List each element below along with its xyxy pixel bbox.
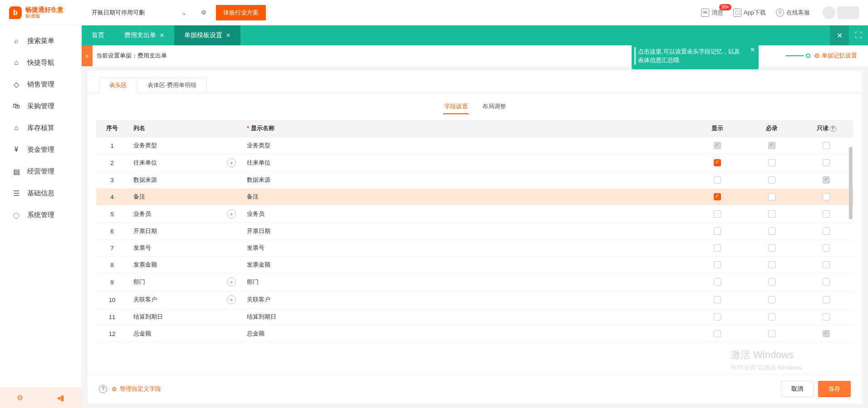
sidebar-collapse-icon[interactable]: ◂▮ (57, 393, 64, 402)
checkbox[interactable] (768, 313, 775, 321)
sidebar-item-search-menu[interactable]: ⌕搜索菜单 (0, 30, 81, 52)
tabs-fullscreen[interactable]: ⛶ (849, 25, 868, 45)
add-column-button[interactable]: + (227, 209, 236, 219)
table-row[interactable]: 2往来单位+往来单位 (96, 154, 853, 172)
checkbox[interactable] (714, 193, 721, 200)
sidebar-item-inventory[interactable]: ⌂库存核算 (0, 117, 81, 139)
area-tab-header[interactable]: 表头区 (99, 77, 137, 93)
sidebar-item-purchase[interactable]: 🛍采购管理 (0, 95, 81, 117)
sidebar-item-operations[interactable]: ▤经营管理 (0, 160, 81, 182)
tab-首页[interactable]: 首页 (82, 25, 114, 45)
table-row[interactable]: 1业务类型业务类型 (96, 137, 853, 154)
account-selector[interactable]: 开账日期可停用可删 ⌄ (87, 6, 191, 19)
tab-close-icon[interactable]: ✕ (226, 32, 230, 39)
checkbox[interactable] (768, 176, 775, 184)
table-row[interactable]: 6开票日期开票日期 (96, 223, 853, 240)
memory-settings-link[interactable]: ⚙ 单据记忆设置 (814, 52, 857, 60)
table-row[interactable]: 8发票金额发票金额 (96, 257, 853, 273)
tabs-close-all[interactable]: ✕ (830, 25, 849, 45)
cell-display[interactable]: 发票号 (241, 240, 690, 257)
table-row[interactable]: 7发票号发票号 (96, 240, 853, 257)
sidebar-item-basic-info[interactable]: ☰基础信息 (0, 182, 81, 204)
checkbox[interactable] (823, 278, 830, 286)
checkbox[interactable] (714, 244, 721, 252)
cell-display[interactable]: 关联客户 (241, 291, 690, 309)
tooltip-close-icon[interactable]: ✕ (750, 45, 755, 54)
add-column-button[interactable]: + (227, 295, 236, 304)
cell-display[interactable]: 往来单位 (241, 154, 690, 172)
checkbox[interactable] (768, 159, 775, 166)
checkbox[interactable] (823, 261, 830, 268)
checkbox[interactable] (768, 296, 775, 303)
sidebar-item-sales[interactable]: ◇销售管理 (0, 73, 81, 95)
cell-display[interactable]: 数据来源 (241, 172, 690, 189)
cell-display[interactable]: 业务员 (241, 205, 690, 223)
manage-custom-fields-link[interactable]: ⚙ 管理自定义字段 (112, 385, 161, 393)
checkbox[interactable] (823, 159, 830, 166)
cancel-button[interactable]: 取消 (781, 381, 814, 397)
tab-单据模板设置[interactable]: 单据模板设置✕ (174, 25, 240, 45)
sidebar-item-system[interactable]: ◌系统管理 (0, 204, 81, 226)
sidebar-item-funds[interactable]: ¥资金管理 (0, 139, 81, 160)
table-row[interactable]: 4备注备注 (96, 189, 853, 205)
help-icon[interactable]: ? (99, 385, 107, 393)
checkbox[interactable] (768, 244, 775, 252)
add-column-button[interactable]: + (227, 158, 236, 167)
checkbox[interactable] (714, 228, 721, 235)
checkbox[interactable] (714, 261, 721, 268)
avatar-group[interactable] (823, 6, 859, 19)
support-link[interactable]: ☉ 在线客服 (776, 9, 810, 17)
checkbox[interactable] (768, 228, 775, 235)
tab-close-icon[interactable]: ✕ (160, 32, 164, 39)
sidebar-item-quick-nav[interactable]: ⌂快捷导航 (0, 52, 81, 73)
table-row[interactable]: 5业务员+业务员 (96, 205, 853, 223)
sidebar-settings-icon[interactable]: ⚙ (17, 393, 23, 402)
cell-display[interactable]: 部门 (241, 273, 690, 291)
checkbox[interactable] (714, 210, 721, 218)
fields-table-wrap[interactable]: 序号 列名 *显示名称 显示 必录 只读? 1业务类型业务类型2往来单位+往来单… (96, 120, 853, 374)
checkbox[interactable] (823, 142, 830, 149)
table-row[interactable]: 11结算到期日结算到期日 (96, 309, 853, 325)
add-column-button[interactable]: + (227, 277, 236, 287)
cell-display[interactable]: 开票日期 (241, 223, 690, 240)
area-tab-body[interactable]: 表体区-费用单明细 (137, 77, 207, 93)
checkbox[interactable] (823, 244, 830, 252)
app-download-link[interactable]: ▢ App下载 (733, 9, 766, 17)
checkbox[interactable] (768, 278, 775, 286)
checkbox[interactable] (823, 296, 830, 303)
scrollbar[interactable] (848, 147, 853, 369)
save-button[interactable]: 保存 (818, 381, 851, 397)
checkbox[interactable] (714, 278, 721, 286)
checkbox[interactable] (823, 228, 830, 235)
checkbox[interactable] (768, 210, 775, 218)
checkbox[interactable] (823, 313, 830, 321)
help-icon[interactable]: ? (830, 126, 836, 132)
checkbox[interactable] (768, 261, 775, 268)
checkbox[interactable] (714, 159, 721, 166)
checkbox[interactable] (823, 210, 830, 218)
table-row[interactable]: 3数据来源数据来源 (96, 172, 853, 189)
checkbox[interactable] (714, 330, 721, 337)
cell-display[interactable]: 备注 (241, 189, 690, 205)
sub-tab-fields[interactable]: 字段设置 (443, 100, 469, 114)
checkbox[interactable] (714, 176, 721, 184)
cell-display[interactable]: 发票金额 (241, 257, 690, 273)
industry-plan-button[interactable]: 体验行业方案 (216, 5, 266, 20)
checkbox[interactable] (768, 330, 775, 337)
checkbox[interactable] (768, 193, 775, 200)
cell-display[interactable]: 业务类型 (241, 137, 690, 154)
cell-display[interactable]: 结算到期日 (241, 309, 690, 325)
cell-display[interactable]: 总金额 (241, 325, 690, 342)
table-row[interactable]: 9部门+部门 (96, 273, 853, 291)
panel-expand-handle[interactable]: » (82, 45, 93, 66)
cell-show (690, 154, 745, 172)
tab-费用支出单[interactable]: 费用支出单✕ (114, 25, 174, 45)
sub-tab-layout[interactable]: 布局调整 (481, 100, 507, 114)
table-row[interactable]: 12总金额总金额 (96, 325, 853, 342)
messages-link[interactable]: ✉ 消息 99+ (701, 9, 723, 17)
settings-gear-button[interactable]: ⚙ (197, 6, 211, 19)
checkbox[interactable] (823, 193, 830, 200)
table-row[interactable]: 10关联客户+关联客户 (96, 291, 853, 309)
checkbox[interactable] (714, 313, 721, 321)
checkbox[interactable] (714, 296, 721, 303)
